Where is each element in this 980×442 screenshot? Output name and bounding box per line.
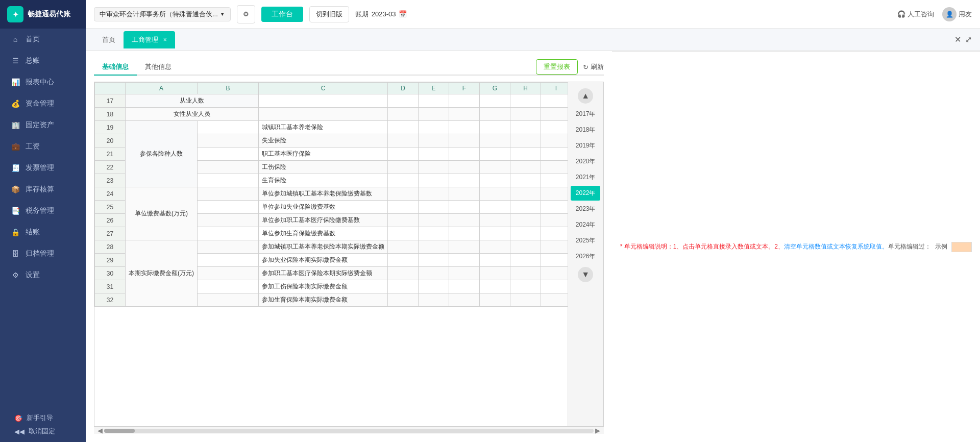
cell-g18[interactable]: [480, 108, 510, 121]
cell-e18[interactable]: [419, 108, 449, 121]
sidebar-item-tax[interactable]: 📑 税务管理: [0, 200, 86, 222]
cell-e32[interactable]: [419, 293, 449, 307]
calendar-icon[interactable]: 📅: [399, 10, 407, 18]
cell-c26[interactable]: 单位参加职工基本医疗保险缴费基数: [259, 214, 388, 227]
cell-d25[interactable]: [388, 201, 419, 214]
cell-c21[interactable]: 职工基本医疗保险: [259, 148, 388, 161]
year-item-2025[interactable]: 2025年: [571, 233, 600, 248]
cell-h29[interactable]: [510, 254, 541, 267]
cell-c25[interactable]: 单位参加失业保险缴费基数: [259, 201, 388, 214]
cell-e21[interactable]: [419, 148, 449, 161]
year-item-2017[interactable]: 2017年: [571, 107, 600, 121]
cell-h26[interactable]: [510, 214, 541, 227]
cell-b26[interactable]: [198, 214, 259, 227]
cell-g32[interactable]: [480, 293, 510, 307]
unfix-item[interactable]: ◀◀ 取消固定: [10, 427, 76, 436]
cell-g30[interactable]: [480, 267, 510, 280]
cell-i24[interactable]: [541, 187, 568, 201]
cell-f25[interactable]: [449, 201, 480, 214]
cell-g24[interactable]: [480, 187, 510, 201]
cell-d28[interactable]: [388, 240, 419, 254]
spreadsheet-container[interactable]: A B C D E F G H I J K L: [94, 82, 568, 426]
cell-g20[interactable]: [480, 134, 510, 148]
cell-d23[interactable]: [388, 174, 419, 187]
year-item-2023[interactable]: 2023年: [571, 202, 600, 216]
cell-f24[interactable]: [449, 187, 480, 201]
cell-i20[interactable]: [541, 134, 568, 148]
cell-i31[interactable]: [541, 280, 568, 293]
reset-report-button[interactable]: 重置报表: [536, 59, 578, 75]
cell-i19[interactable]: [541, 121, 568, 134]
cell-d31[interactable]: [388, 280, 419, 293]
cell-c27[interactable]: 单位参加生育保险缴费基数: [259, 227, 388, 240]
cell-e25[interactable]: [419, 201, 449, 214]
cell-g17[interactable]: [480, 94, 510, 108]
expand-icon[interactable]: ⤢: [965, 35, 972, 44]
cell-c19[interactable]: 城镇职工基本养老保险: [259, 121, 388, 134]
cell-f23[interactable]: [449, 174, 480, 187]
cell-c28[interactable]: 参加城镇职工基本养老保险本期实际缴费金额: [259, 240, 388, 254]
cell-f20[interactable]: [449, 134, 480, 148]
cell-c18[interactable]: [259, 108, 388, 121]
scroll-thumb[interactable]: [104, 429, 135, 433]
cell-i17[interactable]: [541, 94, 568, 108]
cell-e31[interactable]: [419, 280, 449, 293]
year-item-2024[interactable]: 2024年: [571, 217, 600, 232]
cell-g28[interactable]: [480, 240, 510, 254]
sub-tab-basic[interactable]: 基础信息: [94, 59, 137, 76]
cell-i23[interactable]: [541, 174, 568, 187]
cell-f22[interactable]: [449, 161, 480, 174]
cell-i27[interactable]: [541, 227, 568, 240]
cell-g26[interactable]: [480, 214, 510, 227]
cell-d24[interactable]: [388, 187, 419, 201]
cell-g31[interactable]: [480, 280, 510, 293]
cell-b21[interactable]: [198, 148, 259, 161]
cell-e17[interactable]: [419, 94, 449, 108]
cell-h24[interactable]: [510, 187, 541, 201]
cell-e27[interactable]: [419, 227, 449, 240]
sidebar-item-ledger[interactable]: ☰ 总账: [0, 50, 86, 71]
tab-close-icon[interactable]: ×: [163, 36, 167, 43]
cell-d20[interactable]: [388, 134, 419, 148]
cell-i21[interactable]: [541, 148, 568, 161]
cell-b27[interactable]: [198, 227, 259, 240]
tab-business[interactable]: 工商管理 ×: [124, 31, 175, 48]
sidebar-item-settings[interactable]: ⚙ 设置: [0, 264, 86, 286]
year-item-2020[interactable]: 2020年: [571, 154, 600, 169]
cell-a19[interactable]: 参保各险种人数: [126, 121, 198, 187]
cell-b30[interactable]: [198, 267, 259, 280]
cell-f17[interactable]: [449, 94, 480, 108]
cell-d27[interactable]: [388, 227, 419, 240]
cell-d22[interactable]: [388, 161, 419, 174]
cell-h18[interactable]: [510, 108, 541, 121]
cell-f32[interactable]: [449, 293, 480, 307]
cell-b24[interactable]: [198, 187, 259, 201]
cell-c20[interactable]: 失业保险: [259, 134, 388, 148]
cell-c23[interactable]: 生育保险: [259, 174, 388, 187]
cell-c17[interactable]: [259, 94, 388, 108]
cell-g19[interactable]: [480, 121, 510, 134]
cell-e24[interactable]: [419, 187, 449, 201]
sidebar-item-finance[interactable]: 💰 资金管理: [0, 93, 86, 114]
cell-f19[interactable]: [449, 121, 480, 134]
cell-b32[interactable]: [198, 293, 259, 307]
cell-a28[interactable]: 本期实际缴费金额(万元): [126, 240, 198, 307]
cell-c30[interactable]: 参加职工基本医疗保险本期实际缴费金额: [259, 267, 388, 280]
cell-b25[interactable]: [198, 201, 259, 214]
year-nav-down[interactable]: ▼: [578, 267, 593, 282]
sidebar-item-home[interactable]: ⌂ 首页: [0, 29, 86, 50]
cell-b19[interactable]: [198, 121, 259, 134]
cell-d21[interactable]: [388, 148, 419, 161]
cell-b29[interactable]: [198, 254, 259, 267]
cell-f30[interactable]: [449, 267, 480, 280]
cell-h23[interactable]: [510, 174, 541, 187]
cell-i30[interactable]: [541, 267, 568, 280]
cell-a17[interactable]: 从业人数: [126, 94, 259, 108]
cell-i28[interactable]: [541, 240, 568, 254]
scroll-track[interactable]: [104, 429, 594, 433]
cell-d30[interactable]: [388, 267, 419, 280]
cell-b23[interactable]: [198, 174, 259, 187]
scroll-left-arrow[interactable]: ◀: [96, 427, 104, 435]
cell-h20[interactable]: [510, 134, 541, 148]
cell-h27[interactable]: [510, 227, 541, 240]
